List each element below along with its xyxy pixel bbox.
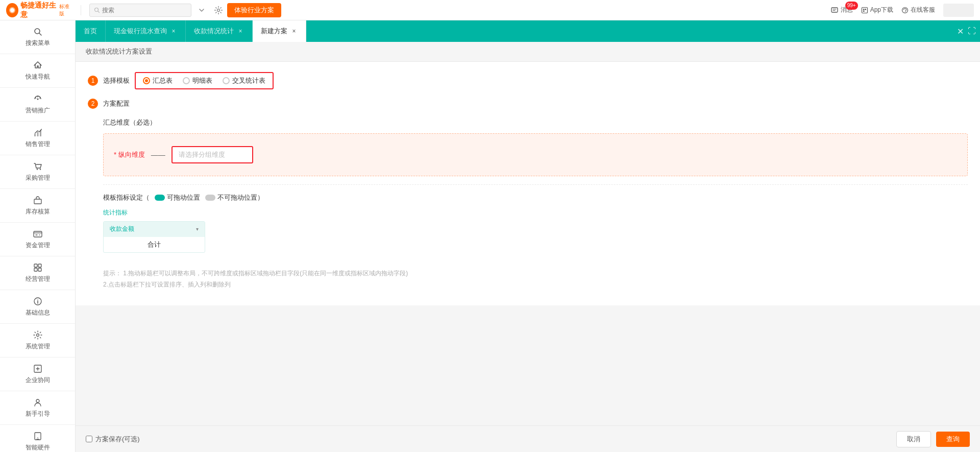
tab-bank-label: 现金银行流水查询 bbox=[114, 27, 167, 36]
sidebar-label-base: 基础信息 bbox=[26, 308, 50, 317]
template-radio-group: 汇总表 明细表 交叉统计表 bbox=[135, 72, 274, 89]
sidebar-item-ops[interactable]: 经营管理 bbox=[0, 256, 75, 290]
gear-icon[interactable] bbox=[214, 6, 223, 15]
base-icon bbox=[33, 296, 43, 306]
quick-nav-icon bbox=[33, 60, 43, 70]
tab-bank-close[interactable]: × bbox=[170, 28, 177, 35]
no-drag-label: 不可拖动位置） bbox=[217, 193, 264, 202]
radio-detail[interactable]: 明细表 bbox=[183, 76, 212, 85]
svg-rect-20 bbox=[34, 264, 37, 267]
metrics-header: 模板指标设定（ 可拖动位置 不可拖动位置） bbox=[103, 193, 968, 202]
save-checkbox-label[interactable]: 方案保存(可选) bbox=[86, 435, 140, 444]
sidebar-label-search-menu: 搜索菜单 bbox=[26, 39, 50, 47]
sidebar-item-marketing[interactable]: 营销推广 bbox=[0, 88, 75, 122]
system-icon bbox=[33, 330, 43, 340]
sidebar-item-finance[interactable]: 资金管理 bbox=[0, 223, 75, 256]
tab-bar: 首页 现金银行流水查询 × 收款情况统计 × 新建方案 × ✕ ⛶ bbox=[76, 20, 980, 42]
tab-home[interactable]: 首页 bbox=[76, 20, 106, 42]
search-box[interactable] bbox=[89, 4, 191, 17]
logo-text: 畅捷通好生意 bbox=[20, 1, 58, 19]
download-label: App下载 bbox=[870, 6, 893, 14]
svg-point-2 bbox=[217, 9, 220, 11]
sidebar-label-ops: 经营管理 bbox=[26, 275, 50, 283]
logo: 畅捷通好生意 标准版 bbox=[6, 2, 72, 18]
metrics-title-text: 模板指标设定（ bbox=[103, 193, 150, 202]
sidebar-item-base[interactable]: 基础信息 bbox=[0, 290, 75, 324]
query-button[interactable]: 查询 bbox=[936, 432, 970, 447]
svg-rect-22 bbox=[34, 268, 37, 271]
close-all-icon[interactable]: ✕ bbox=[957, 27, 964, 36]
download-icon bbox=[861, 7, 868, 14]
top-bar-actions: 99+ 消息 App下载 在线客服 bbox=[830, 4, 974, 17]
svg-point-9 bbox=[904, 12, 905, 12]
radio-cross[interactable]: 交叉统计表 bbox=[223, 76, 265, 85]
save-label: 方案保存(可选) bbox=[95, 435, 140, 444]
sidebar-item-guide[interactable]: 新手引导 bbox=[0, 391, 75, 425]
save-checkbox[interactable] bbox=[86, 436, 92, 442]
top-bar: 畅捷通好生意 标准版 体验行业方案 99+ 消息 bbox=[0, 0, 980, 20]
dimension-selector[interactable]: 请选择分组维度 bbox=[172, 146, 253, 163]
step1-number: 1 bbox=[88, 76, 98, 86]
hardware-icon bbox=[33, 431, 43, 441]
search-icon bbox=[94, 7, 100, 13]
sidebar-item-inventory[interactable]: 库存核算 bbox=[0, 189, 75, 223]
svg-rect-21 bbox=[38, 264, 41, 267]
radio-summary[interactable]: 汇总表 bbox=[143, 76, 173, 85]
sidebar-label-purchase: 采购管理 bbox=[26, 174, 50, 182]
radio-summary-dot bbox=[143, 77, 150, 84]
svg-rect-4 bbox=[862, 7, 867, 13]
svg-rect-7 bbox=[863, 10, 865, 12]
app-download-btn[interactable]: App下载 bbox=[861, 6, 893, 14]
finance-icon bbox=[33, 229, 43, 239]
radio-summary-label: 汇总表 bbox=[153, 76, 173, 85]
sidebar-label-inventory: 库存核算 bbox=[26, 207, 50, 216]
radio-detail-dot bbox=[183, 77, 190, 84]
message-btn[interactable]: 99+ 消息 bbox=[830, 6, 853, 14]
tab-collection-close[interactable]: × bbox=[237, 28, 244, 35]
ops-icon bbox=[33, 263, 43, 273]
svg-rect-18 bbox=[34, 199, 41, 204]
sidebar-item-purchase[interactable]: 采购管理 bbox=[0, 155, 75, 189]
svg-rect-13 bbox=[34, 134, 36, 136]
tip1: 提示： 1.拖动标题栏可以调整布局，不可跨维度或指标区域拖动栏目字段(只能在同一… bbox=[103, 268, 968, 279]
sidebar-item-search-menu[interactable]: 搜索菜单 bbox=[0, 20, 75, 54]
bottom-left: 方案保存(可选) bbox=[86, 435, 140, 444]
dimension-row: * 纵向维度 —— 请选择分组维度 bbox=[114, 146, 957, 163]
expand-icon[interactable]: ⛶ bbox=[968, 27, 976, 36]
bottom-right: 取消 查询 bbox=[896, 431, 970, 447]
try-industry-btn[interactable]: 体验行业方案 bbox=[227, 3, 281, 17]
tab-collection[interactable]: 收款情况统计 × bbox=[186, 20, 253, 42]
tab-new-plan[interactable]: 新建方案 × bbox=[253, 20, 306, 42]
radio-cross-label: 交叉统计表 bbox=[232, 76, 265, 85]
svg-point-27 bbox=[36, 399, 39, 402]
guide-icon bbox=[33, 397, 43, 408]
cancel-button[interactable]: 取消 bbox=[896, 431, 931, 447]
inventory-icon bbox=[33, 195, 43, 205]
message-icon bbox=[830, 6, 839, 14]
sidebar-label-corp: 企业协同 bbox=[26, 376, 50, 385]
sidebar-item-quick-nav[interactable]: 快速导航 bbox=[0, 54, 75, 88]
svg-rect-19 bbox=[34, 231, 42, 237]
tab-bank[interactable]: 现金银行流水查询 × bbox=[106, 20, 186, 42]
svg-rect-5 bbox=[863, 9, 865, 10]
marketing-icon bbox=[33, 94, 43, 104]
dropdown-icon[interactable] bbox=[198, 6, 206, 14]
service-btn[interactable]: 在线客服 bbox=[901, 6, 935, 14]
service-icon bbox=[901, 7, 909, 14]
no-drag-indicator: 不可拖动位置） bbox=[205, 193, 264, 202]
sidebar-item-sales[interactable]: 销售管理 bbox=[0, 122, 75, 155]
tab-new-plan-close[interactable]: × bbox=[290, 28, 298, 35]
draggable-indicator: 可拖动位置 bbox=[155, 193, 200, 202]
step1-label: 选择模板 bbox=[103, 76, 130, 85]
sidebar-item-hardware[interactable]: 智能硬件 bbox=[0, 425, 75, 452]
svg-rect-3 bbox=[831, 8, 838, 12]
no-drag-color-indicator bbox=[205, 195, 215, 201]
sidebar-item-system[interactable]: 系统管理 bbox=[0, 324, 75, 358]
svg-rect-6 bbox=[865, 9, 866, 10]
metrics-col-chevron: ▾ bbox=[196, 226, 199, 232]
search-input[interactable] bbox=[102, 7, 187, 14]
sidebar-item-corp[interactable]: 企业协同 bbox=[0, 358, 75, 391]
logo-icon bbox=[8, 6, 16, 14]
metrics-table-header[interactable]: 收款金额 ▾ bbox=[104, 222, 205, 236]
user-area[interactable] bbox=[943, 4, 974, 17]
